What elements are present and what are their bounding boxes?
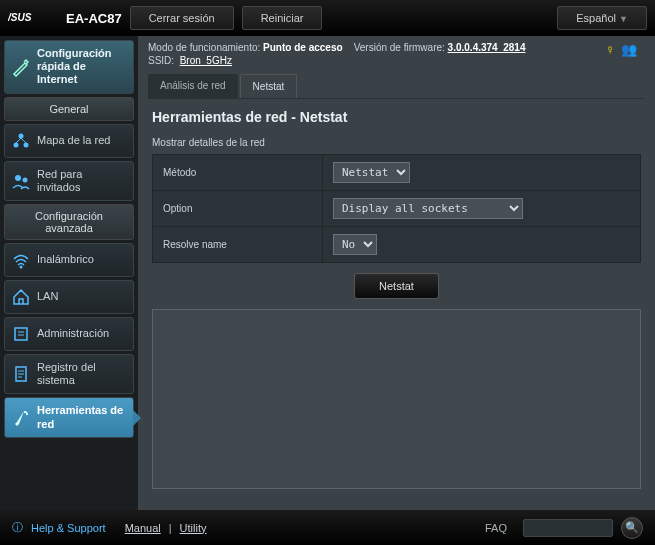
help-icon: ⓘ xyxy=(12,520,23,535)
sidebar-item-lan[interactable]: LAN xyxy=(4,280,134,314)
svg-point-2 xyxy=(14,142,19,147)
table-row: Option Display all sockets xyxy=(153,191,641,227)
netstat-button[interactable]: Netstat xyxy=(354,273,439,299)
svg-point-3 xyxy=(24,142,29,147)
resolve-select[interactable]: No xyxy=(333,234,377,255)
svg-point-5 xyxy=(23,177,28,182)
sidebar-item-administration[interactable]: Administración xyxy=(4,317,134,351)
output-area xyxy=(152,309,641,489)
ssid-info: SSID: Bron_5GHz xyxy=(148,55,645,66)
network-map-icon xyxy=(11,131,31,151)
svg-point-1 xyxy=(19,133,24,138)
model-name: EA-AC87 xyxy=(66,11,122,26)
house-icon xyxy=(11,287,31,307)
sidebar-section-general: General xyxy=(4,97,134,121)
header: /SUS EA-AC87 Cerrar sesión Reiniciar Esp… xyxy=(0,0,655,36)
sidebar-item-guest-network[interactable]: Red para invitados xyxy=(4,161,134,201)
sidebar-item-network-map[interactable]: Mapa de la red xyxy=(4,124,134,158)
admin-icon xyxy=(11,324,31,344)
tab-network-analysis[interactable]: Análisis de red xyxy=(148,74,238,98)
sidebar-item-label: Herramientas de red xyxy=(37,404,127,430)
svg-point-6 xyxy=(20,265,23,268)
users-icon[interactable]: 👥 xyxy=(621,42,637,57)
sidebar-item-label: Registro del sistema xyxy=(37,361,127,387)
help-label: Help & Support xyxy=(31,522,106,534)
sidebar-item-system-log[interactable]: Registro del sistema xyxy=(4,354,134,394)
sidebar-item-label: Configuración rápida de Internet xyxy=(37,47,127,87)
footer: ⓘ Help & Support Manual | Utility FAQ 🔍 xyxy=(0,510,655,545)
search-input[interactable] xyxy=(523,519,613,537)
sidebar-item-label: Mapa de la red xyxy=(37,134,110,147)
option-label: Option xyxy=(153,191,323,227)
sidebar-item-label: LAN xyxy=(37,290,58,303)
sidebar-section-advanced: Configuración avanzada xyxy=(4,204,134,240)
search-icon: 🔍 xyxy=(625,521,639,534)
tools-icon xyxy=(11,408,31,428)
sidebar-qis[interactable]: Configuración rápida de Internet xyxy=(4,40,134,94)
table-row: Resolve name No xyxy=(153,227,641,263)
method-select[interactable]: Netstat xyxy=(333,162,410,183)
tabs: Análisis de red Netstat xyxy=(148,74,645,99)
utility-link[interactable]: Utility xyxy=(180,522,207,534)
svg-text:/SUS: /SUS xyxy=(8,12,32,23)
manual-link[interactable]: Manual xyxy=(125,522,161,534)
tab-netstat[interactable]: Netstat xyxy=(240,74,298,98)
section-subtitle: Mostrar detalles de la red xyxy=(152,137,641,148)
sidebar: Configuración rápida de Internet General… xyxy=(0,36,138,510)
sidebar-item-label: Red para invitados xyxy=(37,168,127,194)
main-content: Modo de funcionamiento: Punto de acceso … xyxy=(138,36,655,510)
wireless-icon xyxy=(11,250,31,270)
mode-info: Modo de funcionamiento: Punto de acceso … xyxy=(148,42,645,53)
guest-network-icon xyxy=(11,171,31,191)
svg-rect-7 xyxy=(15,328,27,340)
reboot-button[interactable]: Reiniciar xyxy=(242,6,323,30)
sidebar-item-label: Inalámbrico xyxy=(37,253,94,266)
sidebar-item-wireless[interactable]: Inalámbrico xyxy=(4,243,134,277)
method-label: Método xyxy=(153,155,323,191)
wand-icon xyxy=(11,57,31,77)
chevron-down-icon: ▼ xyxy=(619,14,628,24)
table-row: Método Netstat xyxy=(153,155,641,191)
search-button[interactable]: 🔍 xyxy=(621,517,643,539)
log-icon xyxy=(11,364,31,384)
form-table: Método Netstat Option Display all socket… xyxy=(152,154,641,263)
firmware-link[interactable]: 3.0.0.4.374_2814 xyxy=(448,42,526,53)
faq-link[interactable]: FAQ xyxy=(485,522,507,534)
ssid-link[interactable]: Bron_5GHz xyxy=(180,55,232,66)
language-button[interactable]: Español ▼ xyxy=(557,6,647,30)
sidebar-item-network-tools[interactable]: Herramientas de red xyxy=(4,397,134,437)
option-select[interactable]: Display all sockets xyxy=(333,198,523,219)
svg-point-4 xyxy=(15,175,21,181)
brand-logo: /SUS xyxy=(8,12,58,24)
sidebar-item-label: Administración xyxy=(37,327,109,340)
language-label: Español xyxy=(576,12,616,24)
logout-button[interactable]: Cerrar sesión xyxy=(130,6,234,30)
resolve-label: Resolve name xyxy=(153,227,323,263)
page-title: Herramientas de red - Netstat xyxy=(152,109,641,125)
bulb-icon[interactable]: ♀ xyxy=(605,42,615,57)
